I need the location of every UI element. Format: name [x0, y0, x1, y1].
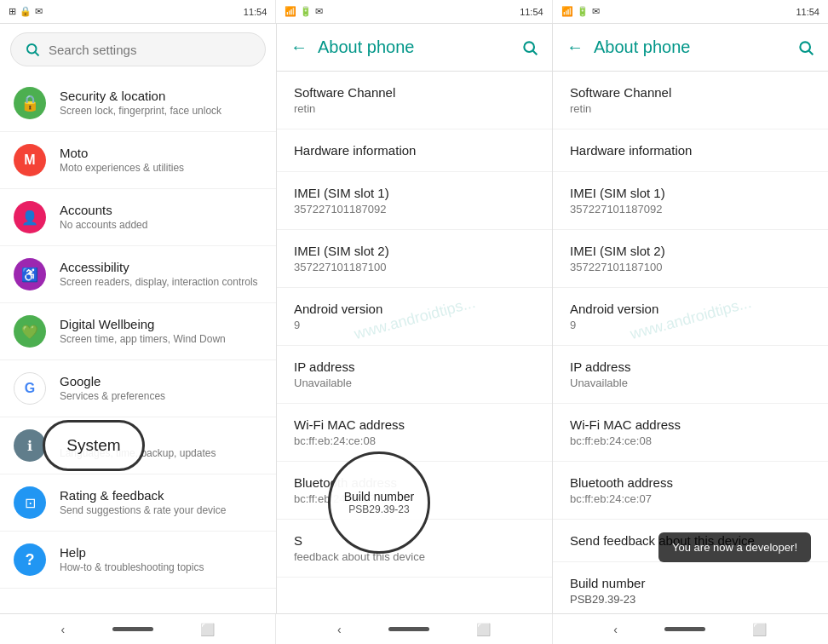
main-layout: Search settings 🔒 Security & location Sc…: [0, 24, 828, 613]
settings-item-help[interactable]: ? Help How-to & troubleshooting topics: [0, 532, 276, 589]
accounts-icon: 👤: [14, 201, 46, 233]
rating-title: Rating & feedback: [60, 488, 262, 503]
about-item-imei2[interactable]: IMEI (SIM slot 2) 357227101187100: [277, 230, 552, 288]
back-nav-mid[interactable]: ‹: [331, 619, 348, 640]
status-bar: ⊞ 🔒 ✉ 11:54 📶 🔋 ✉ 11:54 📶 🔋 ✉ 11:54: [0, 0, 828, 24]
recent-nav-left[interactable]: ⬜: [193, 619, 221, 640]
google-title: Google: [60, 374, 262, 388]
about-item-wifi2[interactable]: Wi-Fi MAC address bc:ff:eb:24:ce:08: [553, 404, 828, 462]
back-nav-right[interactable]: ‹: [607, 619, 624, 640]
settings-item-moto[interactable]: M Moto Moto experiences & utilities: [0, 132, 276, 189]
recent-nav-mid[interactable]: ⬜: [469, 619, 497, 640]
security-text: Security & location Screen lock, fingerp…: [60, 89, 262, 118]
system-circle-label: System: [66, 436, 120, 455]
back-arrow-middle[interactable]: ←: [290, 37, 308, 57]
about-list-middle: Software Channel retin Hardware informat…: [277, 72, 552, 613]
digital-wellbeing-title: Digital Wellbeing: [60, 317, 262, 331]
back-arrow-right[interactable]: ←: [566, 37, 584, 57]
about-item-imei1[interactable]: IMEI (SIM slot 1) 357227101187092: [277, 172, 552, 230]
accounts-title: Accounts: [60, 203, 262, 217]
about-item-android2[interactable]: Android version 9: [553, 288, 828, 346]
about-item-wifi[interactable]: Wi-Fi MAC address bc:ff:eb:24:ce:08: [277, 404, 552, 462]
svg-line-5: [809, 50, 814, 55]
moto-text: Moto Moto experiences & utilities: [60, 146, 262, 175]
about-item-ip2[interactable]: IP address Unavailable: [553, 346, 828, 404]
icon-battery-mid: 🔋: [300, 6, 312, 17]
nav-bar: ‹ ⬜ ‹ ⬜ ‹ ⬜: [0, 613, 828, 644]
about-item-hardware-info[interactable]: Hardware information: [277, 129, 552, 172]
about-item-bluetooth2[interactable]: Bluetooth address bc:ff:eb:24:ce:07: [553, 462, 828, 520]
build-number-circle: Build number PSB29.39-23: [328, 451, 430, 554]
about-panel-right: ← About phone Software Channel retin Har…: [553, 24, 828, 613]
status-bar-mid: 📶 🔋 ✉ 11:54: [276, 0, 552, 23]
back-nav-left[interactable]: ‹: [55, 619, 72, 640]
settings-item-google[interactable]: G Google Services & preferences: [0, 360, 276, 417]
moto-subtitle: Moto experiences & utilities: [60, 162, 262, 175]
about-item-software-channel2[interactable]: Software Channel retin: [553, 72, 828, 129]
search-icon: [25, 42, 40, 57]
about-item-android[interactable]: Android version 9: [277, 288, 552, 346]
settings-item-security[interactable]: 🔒 Security & location Screen lock, finge…: [0, 75, 276, 132]
help-subtitle: How-to & troubleshooting topics: [60, 561, 262, 575]
about-item-imei1-2[interactable]: IMEI (SIM slot 1) 357227101187092: [553, 172, 828, 230]
icon-battery-right: 🔋: [577, 6, 589, 17]
accessibility-text: Accessibility Screen readers, display, i…: [60, 260, 262, 290]
build-circle-value: PSB29.39-23: [348, 503, 409, 515]
settings-list: 🔒 Security & location Screen lock, finge…: [0, 75, 276, 613]
icon-grid: ⊞: [9, 6, 16, 17]
panel-header-right: ← About phone: [553, 24, 828, 72]
panel-title-middle: About phone: [318, 37, 511, 57]
search-bar[interactable]: Search settings: [10, 32, 266, 66]
right-icons: 📶 🔋 ✉: [561, 6, 600, 17]
home-pill-left[interactable]: [112, 627, 153, 631]
help-text: Help How-to & troubleshooting topics: [60, 545, 262, 575]
about-item-build2[interactable]: Build number PSB29.39-23: [553, 562, 828, 613]
security-icon: 🔒: [14, 87, 46, 119]
settings-panel: Search settings 🔒 Security & location Sc…: [0, 24, 277, 613]
about-item-hardware-info2[interactable]: Hardware information: [553, 129, 828, 172]
system-icon: ℹ: [14, 429, 46, 462]
about-item-send-feedback[interactable]: S feedback about this device Build numbe…: [277, 520, 552, 578]
home-pill-mid[interactable]: [388, 627, 429, 631]
moto-icon: M: [14, 144, 46, 176]
icon-signal-right: 📶: [561, 6, 573, 17]
settings-item-accessibility[interactable]: ♿ Accessibility Screen readers, display,…: [0, 246, 276, 303]
help-icon: ?: [14, 543, 46, 576]
search-input-label: Search settings: [49, 43, 136, 57]
settings-item-accounts[interactable]: 👤 Accounts No accounts added: [0, 189, 276, 246]
settings-item-digital-wellbeing[interactable]: 💚 Digital Wellbeing Screen time, app tim…: [0, 303, 276, 360]
google-text: Google Services & preferences: [60, 374, 262, 404]
panel-header-middle: ← About phone: [277, 24, 552, 72]
status-bar-left: ⊞ 🔒 ✉ 11:54: [0, 0, 276, 23]
about-item-imei2-2[interactable]: IMEI (SIM slot 2) 357227101187100: [553, 230, 828, 288]
security-title: Security & location: [60, 89, 262, 103]
accounts-text: Accounts No accounts added: [60, 203, 262, 233]
about-item-ip[interactable]: IP address Unavailable: [277, 346, 552, 404]
nav-section-right: ‹ ⬜: [553, 614, 828, 644]
digital-wellbeing-icon: 💚: [14, 315, 46, 348]
mid-icons: 📶 🔋 ✉: [285, 6, 323, 17]
panel-title-right: About phone: [594, 37, 787, 57]
svg-line-1: [35, 52, 38, 55]
accounts-subtitle: No accounts added: [60, 219, 262, 233]
rating-icon: ⊡: [14, 486, 46, 519]
icon-msg-right: ✉: [592, 6, 600, 17]
search-icon-right[interactable]: [797, 39, 814, 56]
search-icon-middle[interactable]: [521, 39, 538, 56]
moto-title: Moto: [60, 146, 262, 160]
about-item-software-channel[interactable]: Software Channel retin: [277, 72, 552, 129]
recent-nav-right[interactable]: ⬜: [745, 619, 773, 640]
accessibility-icon: ♿: [14, 258, 46, 290]
digital-wellbeing-subtitle: Screen time, app timers, Wind Down: [60, 333, 262, 347]
build-circle-title: Build number: [344, 490, 415, 503]
google-icon: G: [14, 372, 46, 405]
home-pill-right[interactable]: [664, 627, 705, 631]
settings-item-system[interactable]: ℹ System Languages, time, backup, update…: [0, 417, 276, 474]
icon-shield: 🔒: [20, 6, 32, 17]
security-subtitle: Screen lock, fingerprint, face unlock: [60, 105, 262, 118]
settings-item-rating[interactable]: ⊡ Rating & feedback Send suggestions & r…: [0, 474, 276, 532]
digital-wellbeing-text: Digital Wellbeing Screen time, app timer…: [60, 317, 262, 347]
accessibility-title: Accessibility: [60, 260, 262, 274]
left-icons: ⊞ 🔒 ✉: [9, 6, 43, 17]
time-mid: 11:54: [520, 7, 543, 17]
